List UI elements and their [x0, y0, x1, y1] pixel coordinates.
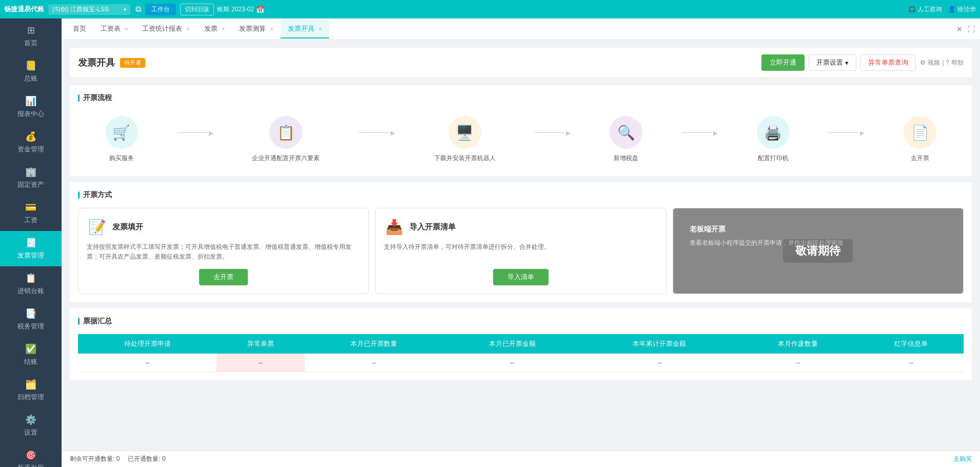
- sidebar-icon-4: 🏢: [25, 166, 36, 178]
- sidebar-item-结账[interactable]: ✅ 结账: [0, 337, 62, 373]
- workbench-button[interactable]: 工作台: [145, 4, 176, 15]
- stats-header-6: 红字信息单: [859, 334, 964, 354]
- process-step-3[interactable]: 🔍 新增税盘: [610, 116, 642, 163]
- sidebar-item-设置[interactable]: ⚙️ 设置: [0, 408, 62, 443]
- app-logo: 畅捷通易代账: [4, 5, 44, 14]
- page-title: 发票开具: [78, 56, 115, 69]
- buy-link[interactable]: 去购买: [953, 455, 972, 463]
- import-method-desc: 支持导入待开票清单，可对待开票清单进行拆分、合并处理。: [384, 242, 657, 262]
- sidebar-item-首页[interactable]: ⊞ 首页: [0, 18, 62, 54]
- sidebar-icon-2: 📊: [25, 95, 36, 107]
- sidebar-item-报表中心[interactable]: 📊 报表中心: [0, 89, 62, 125]
- tab-首页[interactable]: 首页: [66, 20, 93, 38]
- stats-section: 票据汇总 待处理开票申请异常单票本月已开票数量本月已开票金额本年累计开票金额本月…: [70, 308, 972, 380]
- maximize-icon[interactable]: ⛶: [967, 24, 976, 34]
- import-list-button[interactable]: 导入清单: [493, 269, 548, 285]
- process-step-5[interactable]: 📄 去开票: [904, 116, 936, 163]
- sidebar-item-新手引导[interactable]: 🎯 新手引导: [0, 443, 62, 467]
- sidebar-item-工资[interactable]: 💳 工资: [0, 196, 62, 231]
- stats-cell-1[interactable]: --: [217, 354, 305, 372]
- step-label-4: 配置打印机: [758, 154, 789, 163]
- user-menu[interactable]: 👤 徐泾华: [948, 5, 976, 14]
- step-connector-2: ▶: [529, 129, 576, 137]
- calendar-icon[interactable]: 📅: [256, 6, 264, 13]
- tab-close-4[interactable]: ×: [270, 26, 273, 32]
- step-icon-3: 🔍: [610, 116, 642, 149]
- stats-title: 票据汇总: [78, 317, 964, 326]
- period-value[interactable]: 2023-02: [231, 6, 254, 13]
- sidebar-icon-8: 📑: [25, 308, 36, 319]
- stats-header-1: 异常单票: [217, 334, 305, 354]
- stats-header-0: 待处理开票申请: [78, 334, 217, 354]
- invoice-methods-section: 开票方式 📝 发票填开 支持按照发票样式手工填写开发票；可开具增值税电子普通发票…: [70, 182, 972, 302]
- old-version-button[interactable]: 切到旧版: [180, 4, 214, 15]
- fill-method-header: 📝 发票填开: [87, 217, 360, 237]
- arrow-icon-0: ▶: [209, 129, 213, 137]
- tab-发票测算[interactable]: 发票测算×: [232, 20, 280, 38]
- sidebar-label-4: 固定资产: [17, 180, 44, 189]
- tab-发票[interactable]: 发票×: [197, 20, 232, 38]
- sidebar-item-总账[interactable]: 📒 总账: [0, 54, 62, 89]
- invoice-methods-title: 开票方式: [78, 190, 964, 200]
- tab-工资统计报表[interactable]: 工资统计报表×: [135, 20, 197, 38]
- tab-发票开具[interactable]: 发票开具×: [281, 20, 329, 38]
- tab-工资表[interactable]: 工资表×: [93, 20, 135, 38]
- sidebar-item-固定资产[interactable]: 🏢 固定资产: [0, 160, 62, 196]
- fill-method-btn-area: 去开票: [87, 269, 360, 285]
- chevron-down-icon: ▾: [124, 7, 126, 12]
- sidebar-item-发票管理[interactable]: 🧾 发票管理: [0, 231, 62, 266]
- status-badge: 待开通: [120, 58, 145, 68]
- abnormal-query-button[interactable]: 异常单票查询: [860, 54, 916, 71]
- tab-label-3: 发票: [204, 24, 218, 33]
- process-step-4[interactable]: 🖨️ 配置打印机: [757, 116, 790, 163]
- open-now-button[interactable]: 立即开通: [761, 54, 805, 71]
- remaining-quota: 剩余可开通数量: 0: [70, 455, 120, 463]
- tab-close-5[interactable]: ×: [319, 26, 322, 32]
- fill-method-card: 📝 发票填开 支持按照发票样式手工填写开发票；可开具增值税电子普通发票、增值税普…: [78, 208, 369, 294]
- old-terminal-title: 老板端开票: [690, 225, 947, 234]
- copy-icon[interactable]: ⧉: [133, 5, 143, 14]
- chevron-down-icon: ▾: [845, 59, 849, 67]
- tab-label-0: 首页: [73, 24, 86, 33]
- settings-button[interactable]: 开票设置 ▾: [809, 54, 856, 71]
- sidebar-icon-7: 📋: [25, 273, 36, 284]
- stats-cell-2: --: [305, 354, 443, 372]
- tab-close-1[interactable]: ×: [125, 26, 128, 32]
- arrow-icon-3: ▶: [713, 129, 718, 137]
- help-icon: ?: [946, 59, 949, 66]
- tab-close-3[interactable]: ×: [222, 26, 225, 32]
- arrow-icon-4: ▶: [860, 129, 865, 137]
- invoice-methods-grid: 📝 发票填开 支持按照发票样式手工填写开发票；可开具增值税电子普通发票、增值税普…: [78, 208, 964, 294]
- sidebar-label-1: 总账: [24, 74, 37, 83]
- stats-header-3: 本月已开票金额: [443, 334, 582, 354]
- sidebar-icon-9: ✅: [25, 343, 36, 355]
- sidebar-icon-12: 🎯: [25, 450, 36, 461]
- stats-header-5: 本月作废数量: [737, 334, 858, 354]
- support-button[interactable]: 🎧 人工咨询: [908, 5, 942, 14]
- sidebar-icon-3: 💰: [25, 131, 36, 142]
- company-name: (勾创) 江西服宝-LSS: [52, 5, 109, 14]
- fill-method-title: 发票填开: [112, 222, 143, 232]
- process-steps: 🛒 购买服务 ▶ 📋 企业开通配置开票六要素 ▶ 🖥️ 下载并安装开票机器人 ▶…: [78, 111, 964, 168]
- headset-icon: 🎧: [908, 6, 916, 13]
- step-icon-4: 🖨️: [757, 116, 790, 149]
- process-step-1[interactable]: 📋 企业开通配置开票六要素: [252, 116, 320, 163]
- sidebar-item-资金管理[interactable]: 💰 资金管理: [0, 125, 62, 160]
- settings-icon: ⚙: [920, 59, 926, 66]
- tab-bar: 首页工资表×工资统计报表×发票×发票测算×发票开具× ✕ ⛶: [62, 18, 980, 40]
- sidebar-label-5: 工资: [24, 216, 37, 225]
- process-step-0[interactable]: 🛒 购买服务: [105, 116, 138, 163]
- tab-label-4: 发票测算: [239, 24, 266, 33]
- company-selector[interactable]: (勾创) 江西服宝-LSS ▾: [48, 4, 130, 15]
- connector-line-3: [681, 132, 712, 133]
- process-step-2[interactable]: 🖥️ 下载并安装开票机器人: [434, 116, 496, 163]
- go-invoice-button[interactable]: 去开票: [199, 269, 248, 285]
- sidebar-item-归档管理[interactable]: 🗂️ 归档管理: [0, 373, 62, 408]
- connector-line-1: [359, 132, 389, 133]
- content-area: 首页工资表×工资统计报表×发票×发票测算×发票开具× ✕ ⛶ 发票开具 待开通 …: [62, 18, 980, 467]
- sidebar-item-税务管理[interactable]: 📑 税务管理: [0, 302, 62, 337]
- tab-close-2[interactable]: ×: [186, 26, 189, 32]
- sidebar-item-进销台账[interactable]: 📋 进销台账: [0, 266, 62, 302]
- help-area: ⚙ 视频 | ? 帮助: [920, 59, 964, 67]
- close-tab-icon[interactable]: ✕: [955, 24, 964, 34]
